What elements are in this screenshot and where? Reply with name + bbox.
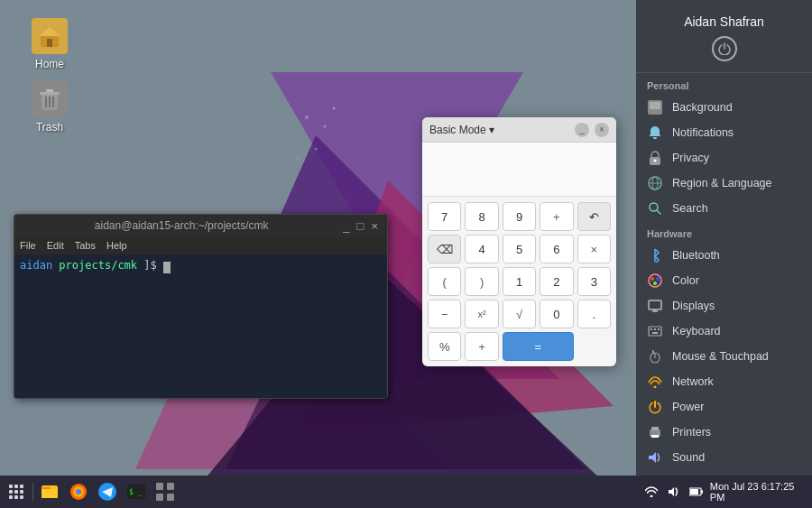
calc-btn-8[interactable]: 8 xyxy=(465,202,498,231)
calculator-window: Basic Mode ▾ _ × 7 8 9 + ↶ ⌫ 4 5 6 × ( ) xyxy=(422,117,616,366)
power-icon xyxy=(647,399,663,415)
settings-bluetooth[interactable]: Bluetooth xyxy=(636,243,812,268)
calc-btn-equals[interactable]: = xyxy=(503,332,574,361)
calc-titlebar: Basic Mode ▾ _ × xyxy=(422,117,616,143)
sound-icon xyxy=(647,449,663,466)
calc-btn-5[interactable]: 5 xyxy=(503,235,536,263)
search-icon xyxy=(647,200,663,217)
svg-rect-25 xyxy=(14,490,18,494)
printers-label: Printers xyxy=(672,426,711,439)
taskbar-icon-files[interactable] xyxy=(37,479,62,504)
settings-power[interactable]: Power xyxy=(636,394,812,420)
settings-printers[interactable]: Printers xyxy=(636,420,812,445)
settings-region[interactable]: Region & Language xyxy=(636,171,812,196)
power-button[interactable] xyxy=(712,36,737,61)
calc-btn-minus[interactable]: − xyxy=(428,300,461,328)
color-label: Color xyxy=(672,274,699,287)
svg-point-7 xyxy=(315,148,318,151)
settings-sound[interactable]: Sound xyxy=(636,445,812,470)
calc-btn-rparen[interactable]: ) xyxy=(465,267,498,296)
calc-btn-4[interactable]: 4 xyxy=(465,235,498,263)
terminal-maximize-btn[interactable]: □ xyxy=(355,219,366,233)
printers-icon xyxy=(647,424,663,440)
system-clock[interactable]: Mon Jul 23 6:17:25 PM xyxy=(710,481,805,503)
terminal-menu-tabs[interactable]: Tabs xyxy=(75,240,96,251)
calc-btn-1[interactable]: 1 xyxy=(503,267,536,296)
calc-btn-backspace[interactable]: ⌫ xyxy=(428,235,461,263)
calc-btn-plus-top[interactable]: + xyxy=(540,202,573,231)
svg-rect-63 xyxy=(651,328,652,330)
taskbar-icon-terminal[interactable]: $ _ xyxy=(124,479,149,504)
calc-btn-lparen[interactable]: ( xyxy=(428,267,461,296)
terminal-menu-help[interactable]: Help xyxy=(106,240,127,251)
home-icon-label: Home xyxy=(35,58,64,70)
svg-rect-46 xyxy=(653,137,657,139)
svg-point-74 xyxy=(658,432,660,434)
calc-title: Basic Mode ▾ xyxy=(429,124,494,136)
calc-display xyxy=(422,143,616,197)
settings-background[interactable]: Background xyxy=(636,95,812,120)
notifications-icon xyxy=(647,125,663,141)
settings-keyboard[interactable]: Keyboard xyxy=(636,319,812,344)
calc-btn-6[interactable]: 6 xyxy=(540,235,573,263)
taskbar-appgrid-btn[interactable] xyxy=(4,479,29,504)
terminal-minimize-btn[interactable]: _ xyxy=(341,219,351,233)
settings-mouse[interactable]: Mouse & Touchpad xyxy=(636,344,812,369)
terminal-body[interactable]: aidan projects/cmk ]$ xyxy=(14,254,387,398)
power-label: Power xyxy=(672,401,704,413)
settings-privacy[interactable]: Privacy xyxy=(636,145,812,171)
svg-point-4 xyxy=(305,115,309,119)
calc-btn-multiply[interactable]: × xyxy=(577,235,611,263)
svg-rect-23 xyxy=(20,485,23,488)
svg-point-70 xyxy=(654,386,657,389)
tray-network-icon[interactable] xyxy=(643,483,660,501)
calc-btn-plus-bottom[interactable]: + xyxy=(465,332,498,361)
calc-btn-3[interactable]: 3 xyxy=(577,267,611,296)
settings-color[interactable]: Color xyxy=(636,268,812,293)
terminal-title: aidan@aidan15-arch:~/projects/cmk xyxy=(22,219,341,232)
displays-icon xyxy=(647,298,663,314)
terminal-user: aidan xyxy=(20,259,52,272)
terminal-close-btn[interactable]: × xyxy=(369,219,380,233)
svg-rect-17 xyxy=(46,89,53,92)
settings-search[interactable]: Search xyxy=(636,196,812,221)
calc-btn-0[interactable]: 0 xyxy=(540,300,573,328)
desktop-icon-home[interactable]: Home xyxy=(18,18,81,70)
calc-btn-percent[interactable]: % xyxy=(428,332,461,361)
sound-label: Sound xyxy=(672,451,705,464)
tray-battery-icon[interactable] xyxy=(687,483,705,501)
calc-btn-sqrt[interactable]: √ xyxy=(503,300,536,328)
bluetooth-icon xyxy=(647,247,663,263)
settings-network[interactable]: Network xyxy=(636,369,812,394)
svg-rect-62 xyxy=(649,327,661,336)
user-section: Aidan Shafran xyxy=(636,0,812,73)
taskbar-icon-firefox[interactable] xyxy=(66,479,91,504)
calc-close-btn[interactable]: × xyxy=(595,123,609,137)
username-label: Aidan Shafran xyxy=(684,14,764,29)
svg-point-48 xyxy=(654,160,657,162)
settings-displays[interactable]: Displays xyxy=(636,293,812,319)
calc-btn-undo[interactable]: ↶ xyxy=(577,202,611,231)
background-icon xyxy=(647,99,663,115)
settings-notifications[interactable]: Notifications xyxy=(636,120,812,145)
taskbar-icon-telegram[interactable] xyxy=(95,479,120,504)
terminal-menu-edit[interactable]: Edit xyxy=(47,240,64,251)
calc-minimize-btn[interactable]: _ xyxy=(575,123,589,137)
calc-btn-2[interactable]: 2 xyxy=(540,267,573,296)
calc-btn-square[interactable]: x² xyxy=(465,300,498,328)
calc-btn-7[interactable]: 7 xyxy=(428,202,461,231)
terminal-menu-file[interactable]: File xyxy=(20,240,36,251)
svg-rect-69 xyxy=(652,350,654,354)
tray-volume-icon[interactable] xyxy=(666,483,683,501)
network-label: Network xyxy=(672,375,714,388)
calc-btn-dot[interactable]: . xyxy=(577,300,611,328)
svg-rect-41 xyxy=(167,483,174,490)
calc-btn-9[interactable]: 9 xyxy=(503,202,536,231)
svg-rect-40 xyxy=(156,483,163,490)
desktop-icon-trash[interactable]: Trash xyxy=(18,81,81,134)
section-personal: Personal xyxy=(636,73,812,95)
svg-rect-82 xyxy=(701,490,703,494)
settings-list: Personal Background Notifications Privac… xyxy=(636,73,812,508)
svg-rect-22 xyxy=(14,485,18,488)
taskbar-icon-dash[interactable] xyxy=(152,479,178,504)
